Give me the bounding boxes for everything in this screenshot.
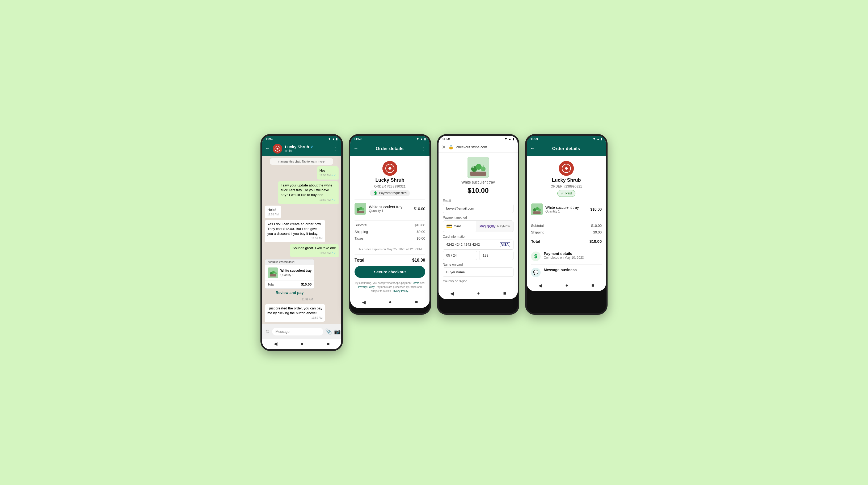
more-options-2[interactable]: ⋮ xyxy=(421,146,426,152)
order-card-header: ORDER #238990321 xyxy=(265,259,314,265)
more-options-4[interactable]: ⋮ xyxy=(597,146,603,152)
cvc-input[interactable] xyxy=(479,251,514,260)
page-title-2: Order details xyxy=(361,146,418,152)
nav-bar-2: ◀ ● ■ xyxy=(350,297,430,308)
back-button-2[interactable]: ← xyxy=(353,146,358,152)
battery-icon-3: ▮ xyxy=(513,137,514,141)
back-button-4[interactable]: ← xyxy=(530,146,535,152)
card-label: Card xyxy=(454,224,461,228)
order-card-message: ORDER #238990321 xyxy=(265,259,314,302)
svg-point-5 xyxy=(275,272,277,274)
message-hello: Hello! 11:52 AM xyxy=(265,205,281,218)
item-price-4: $10.00 xyxy=(590,207,602,212)
svg-point-20 xyxy=(483,165,484,167)
secure-checkout-button[interactable]: Secure checkout xyxy=(354,266,425,278)
home-nav-3[interactable]: ● xyxy=(477,291,480,296)
biz-order-2: ORDER #238990321 xyxy=(374,185,406,188)
status-bar-2: 11:59 ▼ ▲ ▮ xyxy=(350,136,430,142)
message-saw-update: I saw your update about the white succul… xyxy=(278,181,339,204)
back-nav-3[interactable]: ◀ xyxy=(450,291,454,296)
phone-3: 11:59 ▼ ▲ ▮ ✕ 🔒 checkout.stripe.com xyxy=(437,134,519,315)
stripe-product-info: White succulent tray $10.00 xyxy=(443,157,514,195)
order-details-body-2: Lucky Shrub ORDER #238990321 💲 Payment r… xyxy=(350,156,430,297)
status-bar-4: 11:59 ▼ ▲ ▮ xyxy=(527,136,606,142)
email-input[interactable] xyxy=(443,204,514,213)
time-3: 11:59 xyxy=(442,137,450,140)
emoji-button[interactable]: ☺ xyxy=(265,329,270,335)
more-options-button[interactable]: ⋮ xyxy=(333,146,338,152)
chat-messages: manage this chat. Tap to learn more. Hey… xyxy=(262,156,341,324)
biz-logo-2 xyxy=(382,161,397,176)
card-method[interactable]: 💳 Card xyxy=(443,221,476,232)
svg-point-12 xyxy=(362,208,364,211)
close-browser-button[interactable]: ✕ xyxy=(442,144,446,150)
svg-rect-18 xyxy=(470,171,486,176)
phone-2: 11:59 ▼ ▲ ▮ ← Order details ⋮ xyxy=(349,134,431,315)
order-total-label: Total xyxy=(268,282,274,287)
name-on-card-input[interactable] xyxy=(443,267,514,277)
browser-bar: ✕ 🔒 checkout.stripe.com xyxy=(438,142,518,153)
expiry-input[interactable] xyxy=(443,251,477,260)
terms-link[interactable]: Terms xyxy=(412,282,419,285)
svg-point-4 xyxy=(272,271,275,273)
item-image-4 xyxy=(531,203,543,215)
message-business-icon: 💬 xyxy=(531,268,540,277)
country-label: Country or region xyxy=(443,280,514,283)
card-info-label: Card information xyxy=(443,235,514,238)
status-bar-3: 11:59 ▼ ▲ ▮ xyxy=(438,136,518,142)
order-details-body-4: Lucky Shrub ORDER #238990321 ✓ Paid xyxy=(527,156,606,281)
badge-icon-2: 💲 xyxy=(373,191,378,195)
grand-total-val-2: $10.00 xyxy=(412,258,425,263)
paynow-method[interactable]: PAYNOW PayNow xyxy=(476,221,513,232)
back-nav[interactable]: ◀ xyxy=(274,341,277,347)
review-pay-button[interactable]: Review and pay xyxy=(265,289,314,297)
back-button[interactable]: ← xyxy=(265,146,270,152)
camera-button[interactable]: 📷 xyxy=(334,328,341,335)
biz-order-4: ORDER #238990321 xyxy=(551,185,582,188)
business-header-4: Lucky Shrub ORDER #238990321 ✓ Paid xyxy=(527,156,606,200)
card-icon: 💳 xyxy=(446,223,452,229)
svg-point-26 xyxy=(538,208,541,211)
signal-icon: ▼ xyxy=(328,137,331,140)
grand-total-label-2: Total xyxy=(354,258,364,263)
message-input[interactable] xyxy=(272,328,323,335)
message-created-order: I just created the order, you can pay me… xyxy=(265,304,325,322)
attach-button[interactable]: 📎 xyxy=(325,328,332,335)
name-on-card-label: Name on card xyxy=(443,263,514,266)
status-bar-1: 11:59 ▼ ▲ ▮ xyxy=(262,136,341,142)
privacy-link[interactable]: Privacy Policy xyxy=(358,286,374,288)
phones-container: 11:59 ▼ ▲ ▮ ← Lucky xyxy=(260,134,608,351)
battery-icon: ▮ xyxy=(336,137,338,141)
recent-nav-3[interactable]: ■ xyxy=(503,291,506,296)
svg-point-19 xyxy=(472,166,474,168)
stripe-body: White succulent tray $10.00 Email Paymen… xyxy=(438,153,518,288)
message-business-row[interactable]: 💬 Message business xyxy=(527,264,606,281)
home-nav-2[interactable]: ● xyxy=(389,299,392,305)
recent-nav-2[interactable]: ■ xyxy=(415,299,418,305)
nav-bar-1: ◀ ● ■ xyxy=(262,338,341,349)
phone-4: 11:59 ▼ ▲ ▮ ← Order details ⋮ xyxy=(525,134,608,315)
payment-detail-icon: 💲 xyxy=(531,252,540,261)
totals-4: Subtotal $10.00 Shipping $0.00 Total $10… xyxy=(527,221,606,248)
status-icons-1: ▼ ▲ ▮ xyxy=(328,137,338,141)
card-number-input[interactable] xyxy=(446,243,500,247)
home-nav-4[interactable]: ● xyxy=(565,283,568,288)
payment-status-badge-4: ✓ Paid xyxy=(557,190,575,197)
meta-privacy-link[interactable]: Privacy Policy xyxy=(392,290,408,292)
card-number-row: VISA xyxy=(443,239,514,250)
recent-nav-4[interactable]: ■ xyxy=(591,283,594,288)
paynow-brand: PAYNOW xyxy=(479,224,496,228)
nav-bar-4: ◀ ● ■ xyxy=(527,281,606,291)
biz-name-4: Lucky Shrub xyxy=(552,177,581,183)
back-nav-4[interactable]: ◀ xyxy=(538,283,542,288)
time-1: 11:59 xyxy=(266,137,273,140)
home-nav[interactable]: ● xyxy=(301,341,304,347)
svg-point-16 xyxy=(476,164,482,170)
product-qty: Quantity 1 xyxy=(280,273,311,277)
order-total-value: $10.00 xyxy=(301,282,312,287)
message-hey: Hey 11:50 AM✓✓ xyxy=(317,166,339,180)
back-nav-2[interactable]: ◀ xyxy=(362,299,366,305)
recent-nav[interactable]: ■ xyxy=(327,341,330,347)
visa-badge: VISA xyxy=(500,242,510,247)
badge-icon-4: ✓ xyxy=(561,191,564,195)
